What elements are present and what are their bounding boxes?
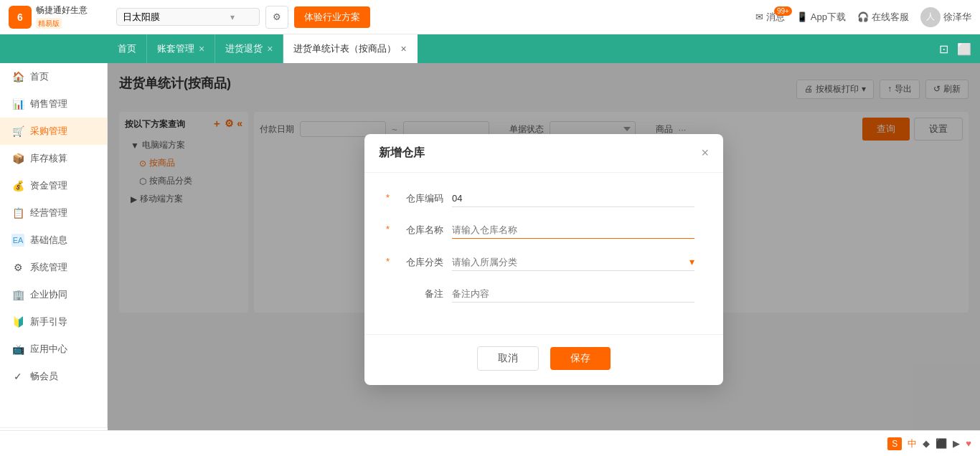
category-select-wrap: ▾	[452, 253, 694, 271]
phone-icon: 📱	[796, 11, 808, 22]
tab-accounts-close[interactable]: ×	[199, 43, 204, 54]
sidebar-item-basic[interactable]: EA 基础信息	[0, 227, 107, 254]
sidebar-item-sales[interactable]: 📊 销售管理	[0, 90, 107, 118]
app-download-btn[interactable]: 📱 App下载	[796, 11, 846, 24]
inventory-icon: 📦	[11, 152, 24, 165]
bottom-bar: S 中 ◆ ⬛ ▶ ♥	[0, 430, 980, 456]
avatar: 人	[920, 7, 941, 27]
purchase-icon: 🛒	[11, 125, 24, 138]
form-row-category: 仓库分类 ▾	[393, 253, 694, 271]
bottom-icon-1[interactable]: 中	[908, 437, 917, 450]
category-label: 仓库分类	[393, 256, 443, 269]
note-input[interactable]	[452, 285, 694, 303]
bottom-icons: S 中 ◆ ⬛ ▶ ♥	[887, 437, 971, 450]
top-header: 6 畅捷通好生意 精易版 ▾ ⚙ 体验行业方案 ✉ 消息 99+ 📱 App下载…	[0, 0, 980, 34]
content-area: 进货单统计(按商品) 🖨 按模板打印 ▾ ↑ 导出 ↺ 刷新	[108, 63, 980, 456]
sidebar-item-purchase[interactable]: 🛒 采购管理	[0, 118, 107, 145]
online-service-btn[interactable]: 🎧 在线客服	[857, 11, 909, 24]
tab-purchase-return-close[interactable]: ×	[267, 43, 273, 54]
modal-footer: 取消 保存	[364, 334, 723, 385]
bottom-icon-5[interactable]: ♥	[966, 438, 971, 449]
messages-btn[interactable]: ✉ 消息 99+	[755, 11, 785, 24]
modal-header: 新增仓库 ×	[364, 134, 723, 173]
header-search-box[interactable]: ▾	[116, 8, 260, 26]
settings-icon-btn[interactable]: ⚙	[265, 6, 288, 29]
sidebar-item-finance[interactable]: 💰 资金管理	[0, 172, 107, 199]
tab-restore-btn[interactable]: ⊡	[936, 39, 951, 59]
header-right: ✉ 消息 99+ 📱 App下载 🎧 在线客服 人 徐泽华	[755, 7, 971, 27]
tab-bar: 首页 账套管理 × 进货退货 × 进货单统计表（按商品） × ⊡ ⬜	[0, 34, 980, 63]
modal-close-btn[interactable]: ×	[701, 146, 709, 161]
category-input[interactable]	[452, 257, 689, 267]
logo-area: 6 畅捷通好生意 精易版	[9, 5, 116, 29]
finance-icon: 💰	[11, 179, 24, 192]
tab-purchase-return[interactable]: 进货退货 ×	[215, 34, 283, 63]
modal-body: 仓库编码 仓库名称 仓库分类 ▾	[364, 173, 723, 334]
tab-purchase-stats[interactable]: 进货单统计表（按商品） ×	[283, 34, 417, 63]
note-label: 备注	[393, 288, 443, 300]
tab-expand-btn[interactable]: ⬜	[954, 39, 974, 59]
apps-icon: 📺	[11, 343, 24, 356]
form-row-code: 仓库编码	[393, 190, 694, 207]
header-search-input[interactable]	[123, 11, 230, 22]
tab-purchase-stats-close[interactable]: ×	[400, 43, 406, 54]
code-input[interactable]	[452, 190, 694, 207]
vip-icon: ✓	[11, 370, 24, 383]
form-row-name: 仓库名称	[393, 222, 694, 239]
sidebar-item-guide[interactable]: 🔰 新手引导	[0, 308, 107, 336]
trial-button[interactable]: 体验行业方案	[294, 6, 370, 28]
cancel-button[interactable]: 取消	[477, 346, 539, 371]
tab-home[interactable]: 首页	[108, 34, 147, 63]
user-menu-btn[interactable]: 人 徐泽华	[920, 7, 971, 27]
new-warehouse-modal: 新增仓库 × 仓库编码 仓库名称	[364, 134, 723, 385]
headset-icon: 🎧	[857, 11, 869, 22]
collab-icon: 🏢	[11, 288, 24, 301]
sidebar-item-apps[interactable]: 📺 应用中心	[0, 336, 107, 363]
logo-text: 畅捷通好生意 精易版	[36, 5, 88, 29]
save-button[interactable]: 保存	[550, 347, 611, 370]
operation-icon: 📋	[11, 206, 24, 219]
tab-actions: ⊡ ⬜	[936, 39, 980, 59]
guide-icon: 🔰	[11, 315, 24, 328]
name-label: 仓库名称	[393, 224, 443, 237]
basic-info-icon: EA	[11, 234, 24, 247]
bottom-icon-3[interactable]: ⬛	[936, 438, 947, 449]
sidebar-item-collab[interactable]: 🏢 企业协同	[0, 281, 107, 308]
sidebar-item-vip[interactable]: ✓ 畅会员	[0, 363, 107, 390]
tab-accounts[interactable]: 账套管理 ×	[147, 34, 215, 63]
sidebar-item-system[interactable]: ⚙ 系统管理	[0, 254, 107, 281]
search-dropdown-icon[interactable]: ▾	[230, 12, 235, 22]
sidebar: 🏠 首页 📊 销售管理 🛒 采购管理 📦 库存核算 💰 资金管理 📋 经营管理 …	[0, 63, 108, 456]
bottom-icon-2[interactable]: ◆	[923, 438, 930, 449]
form-row-note: 备注	[393, 285, 694, 303]
notification-badge: 99+	[774, 6, 792, 16]
system-icon: ⚙	[11, 261, 24, 274]
modal-overlay: 新增仓库 × 仓库编码 仓库名称	[108, 63, 980, 456]
category-dropdown-icon[interactable]: ▾	[689, 256, 694, 267]
bottom-icon-4[interactable]: ▶	[953, 438, 960, 449]
main-layout: 🏠 首页 📊 销售管理 🛒 采购管理 📦 库存核算 💰 资金管理 📋 经营管理 …	[0, 63, 980, 456]
sales-icon: 📊	[11, 98, 24, 110]
name-input[interactable]	[452, 222, 694, 239]
message-icon: ✉	[755, 11, 763, 22]
modal-title: 新增仓库	[379, 146, 425, 161]
code-label: 仓库编码	[393, 192, 443, 205]
home-icon: 🏠	[11, 70, 24, 83]
sidebar-item-operation[interactable]: 📋 经营管理	[0, 199, 107, 227]
sidebar-item-inventory[interactable]: 📦 库存核算	[0, 145, 107, 172]
sidebar-item-home[interactable]: 🏠 首页	[0, 63, 107, 90]
bottom-brand-icon: S	[887, 437, 902, 450]
logo-icon: 6	[9, 6, 32, 29]
